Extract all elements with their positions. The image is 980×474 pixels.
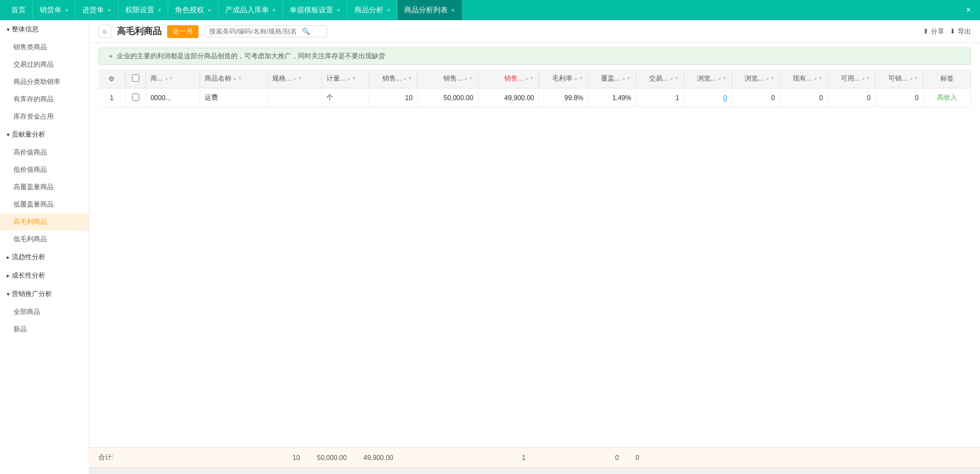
tab-template-settings[interactable]: 单据模板设置 × — [283, 0, 347, 20]
sort-icon: ▲▼ — [292, 76, 302, 81]
col-browse1-header[interactable]: 浏览... ▲▼ — [684, 69, 732, 88]
share-button[interactable]: ⬆ 分享 — [923, 27, 944, 36]
sidebar-group-trend[interactable]: ▸ 流趋性分析 — [0, 248, 89, 266]
close-icon[interactable]: × — [107, 7, 111, 13]
sort-icon: ▲▼ — [908, 76, 919, 81]
sidebar-collapse-button[interactable]: « — [98, 25, 111, 38]
footer-stock2: 0 — [636, 454, 640, 462]
col-stock1-header[interactable]: 现有... ▲▼ — [780, 69, 828, 88]
col-sales-amt-header[interactable]: 销售... ▲▼ — [417, 69, 478, 88]
sidebar: ▾ 整体信息 销售类商品 交易过的商品 商品分类助销率 有库存的商品 库存资金占… — [0, 20, 89, 474]
row-checkbox[interactable] — [125, 88, 145, 107]
header-actions: ⬆ 分享 ⬇ 导出 — [923, 27, 971, 36]
search-icon[interactable]: 🔍 — [302, 27, 310, 35]
chevron-right-icon: ▸ — [7, 254, 10, 260]
col-name-header[interactable]: 商品名称 ▲▼ — [200, 69, 267, 88]
content-header: « 高毛利商品 近一月 🔍 ⬆ 分享 ⬇ 导出 — [89, 20, 980, 43]
sidebar-item-high-coverage[interactable]: 高覆盖量商品 — [0, 179, 89, 196]
sidebar-item-traded-products[interactable]: 交易过的商品 — [0, 56, 89, 73]
col-code-header[interactable]: 商... ▲▼ — [146, 69, 200, 88]
select-all-checkbox[interactable] — [132, 74, 139, 82]
horizontal-scrollbar[interactable] — [89, 467, 980, 474]
col-stock3-header[interactable]: 可销... ▲▼ — [875, 69, 924, 88]
col-spec-header[interactable]: 规格... ▲▼ — [267, 69, 321, 88]
sort-icon: ▲▼ — [717, 76, 727, 81]
sidebar-group-growth[interactable]: ▸ 成长性分析 — [0, 266, 89, 285]
tab-product-inbound[interactable]: 产成品入库单 × — [219, 0, 283, 20]
row-browse2: 0 — [732, 88, 780, 107]
footer-sales-profit: 49,900.00 — [363, 454, 393, 462]
tab-purchase-order[interactable]: 进货单 × — [75, 0, 118, 20]
close-icon[interactable]: × — [337, 7, 340, 13]
footer-stock1: 0 — [615, 454, 619, 462]
col-browse2-header[interactable]: 浏览... ▲▼ — [732, 69, 780, 88]
sort-icon: ▲▼ — [164, 76, 174, 81]
table-container: ⚙ 商... ▲▼ 商品名称 — [98, 69, 971, 447]
sidebar-item-low-margin[interactable]: 低毛利商品 — [0, 231, 89, 248]
sidebar-group-contribution[interactable]: ▾ 贡献量分析 — [0, 125, 89, 144]
sidebar-item-all-products[interactable]: 全部商品 — [0, 303, 89, 321]
col-tag-header[interactable]: 标签 — [924, 69, 971, 88]
share-icon: ⬆ — [923, 27, 929, 35]
tab-product-analysis-list[interactable]: 商品分析列表 × — [397, 0, 462, 20]
tab-sales-order[interactable]: 销货单 × — [33, 0, 75, 20]
row-browse1[interactable]: 0 — [684, 88, 732, 107]
sidebar-item-category-assist-rate[interactable]: 商品分类助销率 — [0, 73, 89, 91]
sidebar-item-low-coverage[interactable]: 低覆盖量商品 — [0, 196, 89, 213]
sidebar-item-stock-capital[interactable]: 库存资金占用 — [0, 108, 89, 125]
export-icon: ⬇ — [950, 27, 955, 35]
table-row: 1 0000... 运费 — [98, 88, 971, 107]
sidebar-group-marketing[interactable]: ▾ 营销推广分析 — [0, 285, 89, 303]
top-navigation: 首页 销货单 × 进货单 × 权限设置 × 角色授权 × 产成品入库单 × 单据… — [0, 0, 980, 20]
col-stock2-header[interactable]: 可用... ▲▼ — [827, 69, 875, 88]
col-cover-header[interactable]: 覆盖... ▲▼ — [588, 69, 636, 88]
row-sales-profit: 49,900.00 — [478, 88, 539, 107]
close-icon[interactable]: × — [158, 7, 161, 13]
sort-icon: ▲▼ — [524, 76, 534, 81]
row-stock2: 0 — [827, 88, 875, 107]
row-code: 0000... — [146, 88, 200, 107]
row-cover: 1.49% — [588, 88, 636, 107]
content-area: « 高毛利商品 近一月 🔍 ⬆ 分享 ⬇ 导出 ✦ 企业的主要的利润都是这部 — [89, 20, 980, 474]
col-unit-header[interactable]: 计量... ▲▼ — [321, 69, 370, 88]
sidebar-item-new-products[interactable]: 新品 — [0, 321, 89, 338]
row-sales-amt: 50,000.00 — [417, 88, 478, 107]
row-spec — [267, 88, 321, 107]
close-icon[interactable]: × — [451, 7, 455, 13]
close-icon[interactable]: × — [207, 7, 211, 13]
sort-icon: ▲▼ — [765, 76, 775, 81]
close-icon[interactable]: × — [387, 7, 390, 13]
export-button[interactable]: ⬇ 导出 — [950, 27, 971, 36]
close-icon[interactable]: × — [272, 7, 276, 13]
page-title: 高毛利商品 — [117, 26, 162, 37]
chevron-down-icon: ▾ — [7, 291, 10, 297]
info-banner: ✦ 企业的主要的利润都是这部分商品创造的，可考虑加大推广，同时关注库存是不要出现… — [98, 48, 971, 65]
close-icon[interactable]: × — [65, 7, 68, 13]
footer-total-bar: 合计: 10 50,000.00 49,900.00 1 0 0 — [89, 447, 980, 467]
table-header-row: ⚙ 商... ▲▼ 商品名称 — [98, 69, 971, 88]
sidebar-item-high-margin[interactable]: 高毛利商品 — [0, 213, 89, 231]
col-checkbox[interactable] — [125, 69, 145, 88]
search-input[interactable] — [209, 27, 299, 35]
col-trade-header[interactable]: 交易... ▲▼ — [636, 69, 684, 88]
sort-icon: ▲▼ — [463, 76, 474, 81]
col-margin-header[interactable]: 毛利率 ▲▼ — [539, 69, 588, 88]
sidebar-item-low-value[interactable]: 低价值商品 — [0, 161, 89, 179]
tab-role-auth[interactable]: 角色授权 × — [168, 0, 218, 20]
tab-product-analysis[interactable]: 商品分析 × — [348, 0, 397, 20]
col-sales-qty-header[interactable]: 销售... ▲▼ — [370, 69, 418, 88]
date-filter-button[interactable]: 近一月 — [167, 25, 198, 38]
col-sales-profit-header[interactable]: 销售... ▲▼ — [478, 69, 539, 88]
window-close-button[interactable]: × — [962, 5, 976, 15]
sidebar-item-in-stock-products[interactable]: 有库存的商品 — [0, 91, 89, 108]
tab-home[interactable]: 首页 — [4, 0, 33, 20]
tab-permission-settings[interactable]: 权限设置 × — [119, 0, 168, 20]
footer-sales-amt: 50,000.00 — [317, 454, 347, 462]
sidebar-item-sales-products[interactable]: 销售类商品 — [0, 39, 89, 56]
sidebar-item-high-value[interactable]: 高价值商品 — [0, 144, 89, 161]
row-stock1: 0 — [780, 88, 828, 107]
sidebar-group-overall[interactable]: ▾ 整体信息 — [0, 20, 89, 39]
row-select-checkbox[interactable] — [132, 93, 139, 101]
col-settings[interactable]: ⚙ — [98, 69, 125, 88]
main-layout: ▾ 整体信息 销售类商品 交易过的商品 商品分类助销率 有库存的商品 库存资金占… — [0, 20, 980, 474]
